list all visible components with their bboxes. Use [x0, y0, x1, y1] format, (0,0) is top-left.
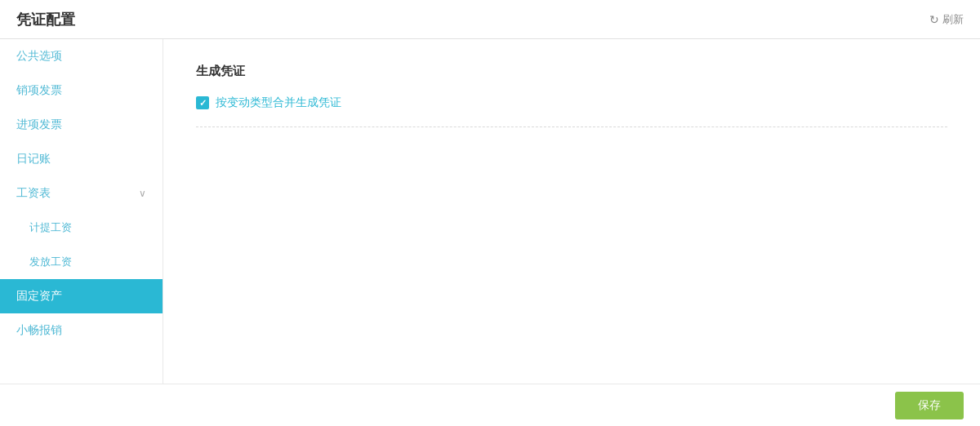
sidebar-item-label: 日记账 — [16, 152, 51, 166]
checkbox-label: 按变动类型合并生成凭证 — [216, 95, 341, 110]
footer: 保存 — [0, 384, 980, 426]
chevron-down-icon: ∨ — [139, 188, 146, 199]
sidebar-item-label: 发放工资 — [29, 255, 72, 269]
refresh-icon: ↻ — [929, 13, 939, 26]
content-area: 生成凭证 按变动类型合并生成凭证 — [163, 39, 980, 384]
sidebar-item-purchase-invoice[interactable]: 进项发票 — [0, 108, 163, 142]
sidebar-item-payroll-commission[interactable]: 计提工资 — [0, 211, 163, 245]
sidebar-item-label: 小畅报销 — [16, 323, 62, 338]
save-button[interactable]: 保存 — [895, 392, 964, 419]
page-title: 凭证配置 — [16, 10, 75, 29]
sidebar-item-label: 计提工资 — [29, 220, 72, 235]
sidebar-item-payroll-sheet[interactable]: 工资表∨ — [0, 176, 163, 211]
sidebar-item-label: 固定资产 — [16, 289, 62, 304]
main-container: 公共选项销项发票进项发票日记账工资表∨计提工资发放工资固定资产小畅报销 生成凭证… — [0, 39, 980, 384]
section-title: 生成凭证 — [196, 64, 947, 79]
sidebar-item-label: 进项发票 — [16, 118, 62, 132]
sidebar-item-label: 销项发票 — [16, 83, 62, 98]
sidebar-item-petty-expense[interactable]: 小畅报销 — [0, 313, 163, 348]
sidebar-item-label: 工资表 — [16, 186, 51, 201]
sidebar-item-sales-invoice[interactable]: 销项发票 — [0, 73, 163, 108]
sidebar-item-fixed-assets[interactable]: 固定资产 — [0, 279, 163, 313]
divider — [196, 126, 947, 127]
checkbox-row: 按变动类型合并生成凭证 — [196, 95, 947, 110]
merge-checkbox[interactable] — [196, 96, 209, 109]
sidebar-item-label: 公共选项 — [16, 49, 62, 64]
sidebar-item-journal[interactable]: 日记账 — [0, 142, 163, 176]
header: 凭证配置 ↻ 刷新 — [0, 0, 980, 39]
sidebar-item-payroll-distribution[interactable]: 发放工资 — [0, 245, 163, 279]
sidebar: 公共选项销项发票进项发票日记账工资表∨计提工资发放工资固定资产小畅报销 — [0, 39, 163, 384]
sidebar-item-public-options[interactable]: 公共选项 — [0, 39, 163, 73]
refresh-button[interactable]: ↻ 刷新 — [929, 12, 964, 27]
refresh-label: 刷新 — [942, 12, 964, 27]
